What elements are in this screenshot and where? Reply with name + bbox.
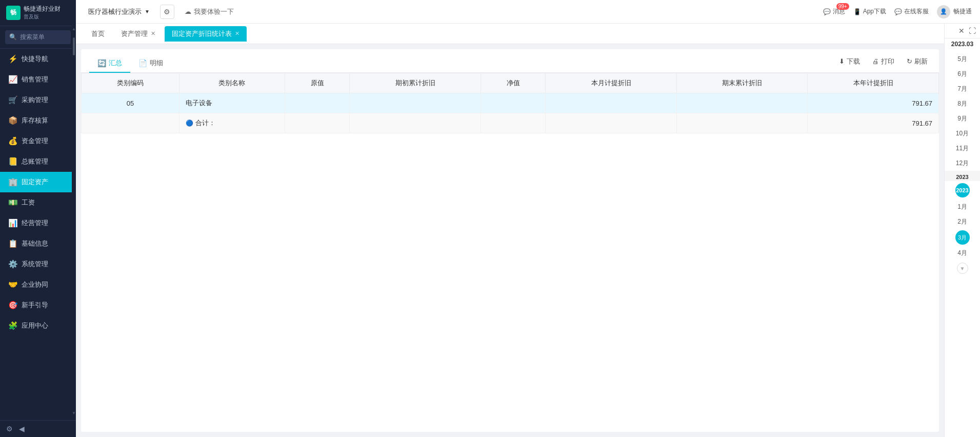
date-month-4[interactable]: 4月: [945, 246, 980, 261]
tabs-bar: 首页 资产管理 ✕ 固定资产折旧统计表 ✕: [76, 24, 980, 44]
sidebar-label-purchase: 采购管理: [22, 95, 48, 105]
company-name: 医疗器械行业演示: [88, 7, 142, 16]
sub-tabs: 🔄 汇总 📄 明细 ⬇ 下载 🖨 打印 ↻ 刷新: [81, 49, 939, 73]
messages-icon: 💬: [823, 8, 831, 15]
row-monthly-dep: [546, 93, 677, 113]
date-month-3-current[interactable]: 3月: [955, 230, 970, 245]
purchase-icon: 🛒: [8, 95, 17, 105]
panel-header: ✕ ⛶: [945, 24, 980, 38]
tab-assets[interactable]: 资产管理 ✕: [114, 26, 163, 42]
messages-button[interactable]: 💬 消息 99+: [823, 7, 845, 16]
cooperation-icon: 🤝: [8, 280, 17, 289]
sidebar-item-guide[interactable]: 🎯 新手引导: [0, 295, 76, 315]
panel-expand-button[interactable]: ⛶: [968, 26, 977, 36]
sidebar-item-system[interactable]: ⚙️ 系统管理: [0, 254, 76, 274]
col-monthly-dep: 本月计提折旧: [546, 73, 677, 93]
username: 畅捷通: [953, 7, 972, 16]
panel-close-button[interactable]: ✕: [957, 26, 966, 36]
tab-depreciation[interactable]: 固定资产折旧统计表 ✕: [165, 26, 247, 42]
summary-original: [285, 113, 350, 133]
sidebar-label-appcenter: 应用中心: [22, 321, 48, 330]
customer-service-button[interactable]: 💬 在线客服: [894, 7, 929, 16]
sidebar-item-sales[interactable]: 📈 销售管理: [0, 69, 76, 90]
print-icon: 🖨: [872, 57, 879, 65]
sidebar-item-appcenter[interactable]: 🧩 应用中心: [0, 315, 76, 336]
fixedassets-icon: 🏢: [8, 177, 17, 187]
download-icon: ⬇: [839, 57, 845, 65]
sidebar-label-payroll: 工资: [22, 198, 35, 207]
sidebar-item-finance[interactable]: 💰 资金管理: [0, 131, 76, 151]
experience-button[interactable]: ☁ 我要体验一下: [181, 5, 238, 18]
basicinfo-icon: 📋: [8, 239, 17, 248]
sidebar-item-payroll[interactable]: 💵 工资: [0, 192, 76, 213]
header-right: 💬 消息 99+ 📱 App下载 💬 在线客服 👤 畅捷通: [823, 5, 972, 18]
table-row[interactable]: 05 电子设备 791.67: [82, 93, 939, 113]
avatar: 👤: [937, 5, 950, 18]
year-2023-label: 2023: [945, 171, 980, 181]
sidebar-search-container[interactable]: 🔍 搜索菜单: [0, 26, 76, 49]
year-badge[interactable]: 2023: [955, 183, 970, 197]
date-month-7[interactable]: 7月: [945, 82, 980, 96]
sidebar-label-finance: 资金管理: [22, 136, 48, 146]
sidebar-item-ledger[interactable]: 📒 总账管理: [0, 151, 76, 172]
page-body: 🔄 汇总 📄 明细 ⬇ 下载 🖨 打印 ↻ 刷新: [81, 49, 939, 432]
app-download-label: App下载: [863, 7, 886, 16]
tab-assets-close[interactable]: ✕: [151, 30, 155, 37]
sidebar-item-fixedassets[interactable]: 🏢 固定资产: [0, 172, 76, 192]
app-download-button[interactable]: 📱 App下载: [853, 7, 886, 16]
date-month-1[interactable]: 1月: [945, 200, 980, 214]
sidebar-item-basicinfo[interactable]: 📋 基础信息: [0, 233, 76, 254]
date-list: 5月 6月 7月 8月 9月 10月 11月 12月 2023 2023 1月 …: [945, 50, 980, 437]
date-month-8[interactable]: 8月: [945, 96, 980, 111]
date-month-12[interactable]: 12月: [945, 156, 980, 171]
settings-button[interactable]: ⚙: [160, 5, 174, 19]
refresh-button[interactable]: ↻ 刷新: [904, 55, 931, 68]
tab-home[interactable]: 首页: [84, 26, 112, 42]
print-button[interactable]: 🖨 打印: [869, 55, 897, 68]
tab-assets-label: 资产管理: [121, 29, 148, 38]
summary-icon: 🔄: [97, 59, 106, 67]
sales-icon: 📈: [8, 75, 17, 84]
company-dropdown-icon: ▼: [145, 9, 150, 14]
sidebar-bottom: ⚙ ◀: [0, 420, 76, 437]
sidebar-label-basicinfo: 基础信息: [22, 239, 48, 248]
sidebar-settings-button[interactable]: ⚙: [6, 425, 13, 433]
customer-service-label: 在线客服: [904, 7, 929, 16]
operations-icon: 📊: [8, 218, 17, 228]
sidebar-item-purchase[interactable]: 🛒 采购管理: [0, 90, 76, 110]
date-month-6[interactable]: 6月: [945, 67, 980, 82]
ledger-icon: 📒: [8, 157, 17, 166]
company-selector[interactable]: 医疗器械行业演示 ▼: [84, 5, 154, 18]
sidebar-collapse-button[interactable]: ◀: [19, 425, 25, 433]
sub-tab-summary[interactable]: 🔄 汇总: [89, 54, 130, 73]
sidebar-item-inventory[interactable]: 📦 库存核算: [0, 110, 76, 131]
sub-tab-summary-label: 汇总: [109, 58, 122, 68]
table-container: 类别编码 类别名称 原值 期初累计折旧 净值 本月计提折旧 期末累计折旧 本年计…: [81, 73, 939, 432]
summary-period-end-dep: [676, 113, 808, 133]
download-button[interactable]: ⬇ 下载: [836, 55, 863, 68]
refresh-icon: ↻: [907, 57, 912, 65]
user-menu[interactable]: 👤 畅捷通: [937, 5, 972, 18]
date-month-11[interactable]: 11月: [945, 141, 980, 156]
sum-icon: 🔵: [186, 120, 193, 127]
sidebar-label-operations: 经营管理: [22, 218, 48, 228]
date-month-2[interactable]: 2月: [945, 214, 980, 229]
sidebar-label-inventory: 库存核算: [22, 116, 48, 125]
sidebar-item-operations[interactable]: 📊 经营管理: [0, 213, 76, 233]
col-original: 原值: [285, 73, 350, 93]
row-name: 电子设备: [179, 93, 285, 113]
sidebar-logo: 畅 畅捷通好业财 普及版: [0, 0, 76, 26]
sidebar-item-cooperation[interactable]: 🤝 企业协同: [0, 274, 76, 295]
sub-tab-detail[interactable]: 📄 明细: [130, 54, 171, 73]
tab-depreciation-close[interactable]: ✕: [235, 30, 239, 37]
header: 医疗器械行业演示 ▼ ⚙ ☁ 我要体验一下 💬 消息 99+ 📱 App下载 💬…: [76, 0, 980, 24]
panel-scroll-down-circle[interactable]: ▼: [957, 263, 968, 274]
date-month-10[interactable]: 10月: [945, 126, 980, 141]
date-month-5[interactable]: 5月: [945, 52, 980, 67]
sidebar-item-quicknav[interactable]: ⚡ 快捷导航: [0, 49, 76, 69]
summary-annual-dep: 791.67: [808, 113, 939, 133]
guide-icon: 🎯: [8, 301, 17, 310]
row-net-value: [481, 93, 546, 113]
sidebar-search[interactable]: 🔍 搜索菜单: [5, 30, 71, 44]
date-month-9[interactable]: 9月: [945, 111, 980, 126]
